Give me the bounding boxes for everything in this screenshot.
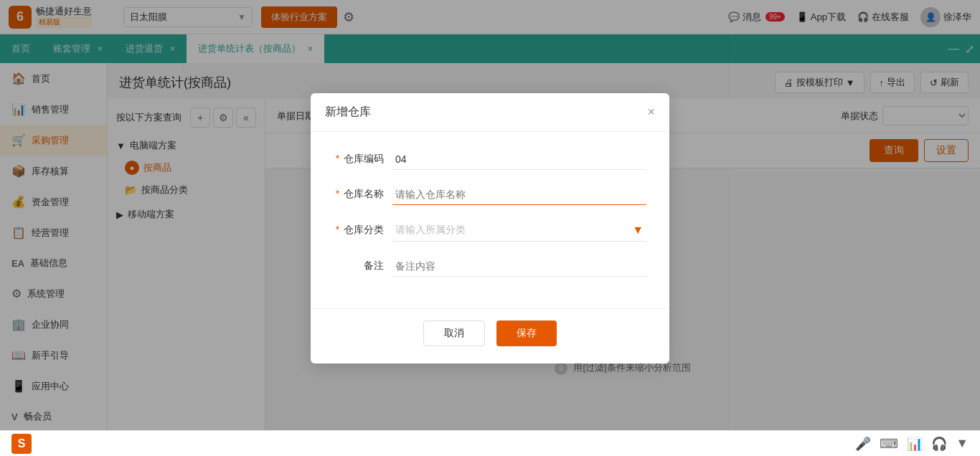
name-label: * 仓库名称 (334, 188, 384, 201)
warehouse-name-input[interactable] (392, 184, 646, 205)
add-warehouse-modal: 新增仓库 × * 仓库编码 * 仓库名称 (311, 93, 669, 364)
notes-input[interactable] (392, 256, 646, 277)
save-button[interactable]: 保存 (496, 320, 557, 346)
brand-s-icon: S (11, 434, 32, 454)
category-dropdown-icon: ▼ (632, 224, 644, 237)
name-label-text: 仓库名称 (344, 188, 384, 199)
code-label: * 仓库编码 (334, 153, 384, 166)
cancel-button[interactable]: 取消 (423, 320, 485, 346)
form-row-category: * 仓库分类 请输入所属分类 ▼ (334, 219, 646, 242)
notes-label-text: 备注 (364, 260, 384, 271)
headset-bottom-icon[interactable]: 🎧 (931, 436, 947, 452)
category-select-row[interactable]: 请输入所属分类 ▼ (392, 219, 646, 242)
modal-footer: 取消 保存 (311, 309, 669, 364)
modal-title: 新增仓库 (325, 105, 371, 120)
chart-icon[interactable]: 📊 (907, 436, 923, 452)
modal-body: * 仓库编码 * 仓库名称 * 仓库分类 请输入 (311, 132, 669, 308)
mic-icon[interactable]: 🎤 (855, 436, 871, 452)
code-label-text: 仓库编码 (344, 153, 384, 164)
form-row-notes: 备注 (334, 256, 646, 277)
bottom-brand: S (11, 434, 32, 454)
modal-close-button[interactable]: × (647, 105, 655, 120)
form-row-code: * 仓库编码 (334, 149, 646, 170)
notes-label: 备注 (334, 260, 384, 272)
modal-overlay: 新增仓库 × * 仓库编码 * 仓库名称 (0, 0, 980, 456)
bottom-bar: S 🎤 ⌨ 📊 🎧 ▼ (0, 430, 980, 456)
modal-header: 新增仓库 × (311, 93, 669, 132)
arrow-down-icon[interactable]: ▼ (956, 436, 969, 451)
keyboard-icon[interactable]: ⌨ (880, 436, 898, 452)
category-placeholder: 请输入所属分类 (395, 224, 632, 237)
category-label-text: 仓库分类 (344, 224, 384, 235)
warehouse-code-input[interactable] (392, 149, 646, 170)
category-label: * 仓库分类 (334, 224, 384, 237)
form-row-name: * 仓库名称 (334, 184, 646, 205)
